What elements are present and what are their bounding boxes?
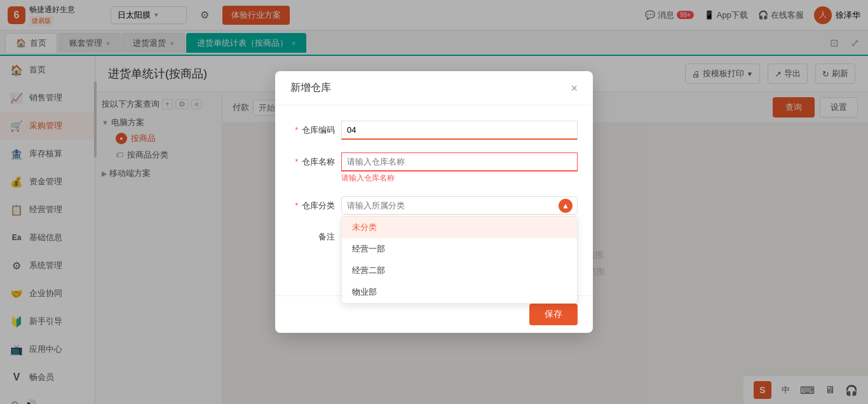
modal-title: 新增仓库 [290,81,331,95]
warehouse-category-control: ▲ 未分类 经营一部 经营二部 物业部 [341,196,578,215]
category-option-dept1[interactable]: 经营一部 [342,238,577,260]
modal-backdrop: 新增仓库 × * 仓库编码 * 仓库名称 [0,0,868,404]
category-toggle-button[interactable]: ▲ [559,199,573,213]
required-star-1: * [295,125,298,135]
category-option-dept2[interactable]: 经营二部 [342,260,577,281]
category-option-unclassified[interactable]: 未分类 [342,217,577,238]
warehouse-name-input[interactable] [341,152,578,172]
required-star-3: * [295,201,298,210]
warehouse-name-control: 请输入仓库名称 [341,152,578,184]
modal-header: 新增仓库 × [275,71,593,105]
add-warehouse-modal: 新增仓库 × * 仓库编码 * 仓库名称 [275,71,593,333]
save-button[interactable]: 保存 [529,304,578,325]
category-dropdown: 未分类 经营一部 经营二部 物业部 [341,216,578,304]
warehouse-code-row: * 仓库编码 [290,121,578,140]
warehouse-code-label: * 仓库编码 [290,121,341,136]
warehouse-category-row: * 仓库分类 ▲ 未分类 经营一部 经营二部 物业部 [290,196,578,215]
warehouse-code-control [341,121,578,140]
modal-body: * 仓库编码 * 仓库名称 请输入仓库名称 [275,105,593,295]
warehouse-category-input[interactable] [341,196,578,215]
warehouse-name-error: 请输入仓库名称 [341,173,578,184]
warehouse-name-label: * 仓库名称 [290,152,341,168]
category-option-dept3[interactable]: 物业部 [342,281,577,303]
modal-close-button[interactable]: × [571,83,578,94]
warehouse-name-row: * 仓库名称 请输入仓库名称 [290,152,578,184]
warehouse-code-input[interactable] [341,121,578,140]
required-star-2: * [295,157,298,166]
warehouse-category-label: * 仓库分类 [290,196,341,212]
remark-label: 备注 [290,227,341,243]
